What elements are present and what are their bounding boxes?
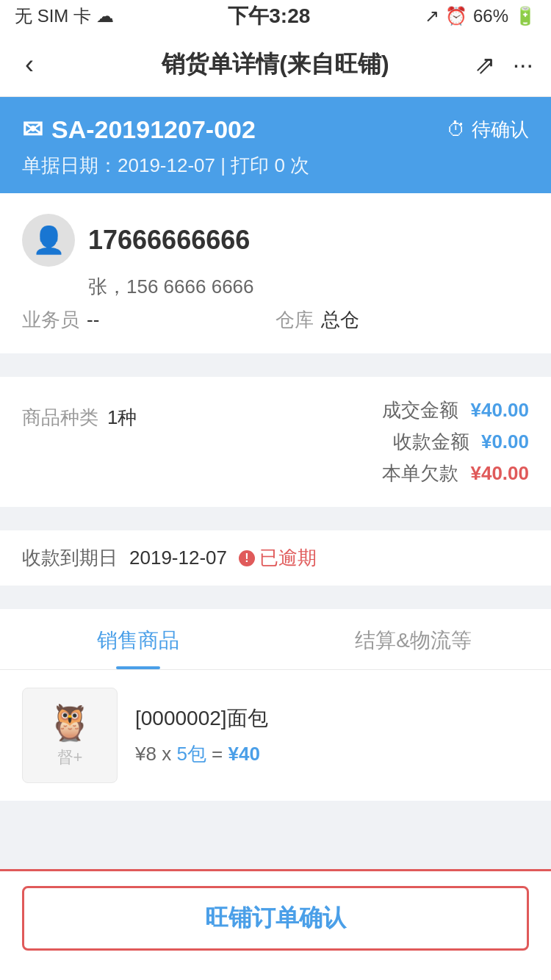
order-header: ✉ SA-20191207-002 ⏱ 待确认 单据日期：2019-12-07 … xyxy=(0,97,551,193)
confirm-order-button[interactable]: 旺铺订单确认 xyxy=(22,886,529,951)
customer-top: 👤 17666666666 xyxy=(22,214,529,267)
customer-card: 👤 17666666666 张，156 6666 6666 业务员 -- 仓库 … xyxy=(0,193,551,353)
avatar-icon: 👤 xyxy=(32,225,65,256)
order-icon: ✉ xyxy=(22,115,43,144)
battery-icon: 🔋 xyxy=(514,6,536,26)
divider-1 xyxy=(0,365,551,377)
summary-section: 商品种类 1种 成交金额 ¥40.00 收款金额 ¥0.00 本单欠款 ¥40.… xyxy=(22,397,529,486)
product-total: ¥40 xyxy=(228,743,260,765)
nav-actions: ⇗ ··· xyxy=(475,50,533,79)
back-button[interactable]: ‹ xyxy=(18,42,41,87)
due-date-card: 收款到期日 2019-12-07 ! 已逾期 xyxy=(0,530,551,586)
price-equals: = xyxy=(212,743,223,765)
tab-sales-label: 销售商品 xyxy=(97,629,179,652)
overdue-badge: ! 已逾期 xyxy=(239,545,317,571)
due-date-value: 2019-12-07 xyxy=(129,547,227,569)
tabs-container: 销售商品 结算&物流等 xyxy=(0,609,551,670)
tabs-row: 销售商品 结算&物流等 xyxy=(0,609,551,670)
salesperson-label: 业务员 xyxy=(22,307,79,333)
owed-row: 本单欠款 ¥40.00 xyxy=(382,461,529,486)
tab-settlement-label: 结算&物流等 xyxy=(355,629,472,652)
received-label: 收款金额 xyxy=(393,429,469,455)
bottom-action-bar: 旺铺订单确认 xyxy=(0,869,551,980)
product-section: 🦉 督+ [0000002]面包 ¥8 x 5包 = ¥40 xyxy=(0,670,551,801)
owed-value: ¥40.00 xyxy=(470,462,529,485)
product-price-row: ¥8 x 5包 = ¥40 xyxy=(135,741,529,767)
salesperson-value: -- xyxy=(87,309,99,331)
product-type-value: 1种 xyxy=(107,405,137,430)
price-base: ¥8 x xyxy=(135,743,171,765)
brand-label: 督+ xyxy=(57,746,83,768)
order-id: ✉ SA-20191207-002 xyxy=(22,115,256,144)
status-time: 下午3:28 xyxy=(228,2,310,30)
product-qty: 5包 xyxy=(176,743,206,765)
tab-sales-products[interactable]: 销售商品 xyxy=(0,609,276,669)
divider-2 xyxy=(0,519,551,530)
clock-icon: ⏱ xyxy=(447,118,466,141)
order-id-row: ✉ SA-20191207-002 ⏱ 待确认 xyxy=(22,115,529,144)
more-button[interactable]: ··· xyxy=(513,50,533,79)
page-title: 销货单详情(来自旺铺) xyxy=(162,48,389,81)
customer-name: 张，156 6666 6666 xyxy=(22,274,529,300)
summary-left: 商品种类 1种 xyxy=(22,397,382,433)
product-item: 🦉 督+ [0000002]面包 ¥8 x 5包 = ¥40 xyxy=(22,688,529,783)
share-button[interactable]: ⇗ xyxy=(475,50,495,79)
overdue-text: 已逾期 xyxy=(259,545,317,571)
product-info: [0000002]面包 ¥8 x 5包 = ¥40 xyxy=(135,705,529,767)
alarm-icon: ⏰ xyxy=(445,6,467,26)
tab-settlement[interactable]: 结算&物流等 xyxy=(276,609,551,669)
product-type-row: 商品种类 1种 xyxy=(22,405,382,430)
amount-value: ¥40.00 xyxy=(470,399,529,422)
warehouse-value: 总仓 xyxy=(321,307,359,333)
product-type-label: 商品种类 xyxy=(22,405,98,430)
thumb-inner: 🦉 督+ xyxy=(48,702,92,768)
received-value: ¥0.00 xyxy=(481,430,529,453)
location-icon: ↗ xyxy=(425,6,439,26)
brand-owl-icon: 🦉 xyxy=(48,702,92,743)
customer-meta: 业务员 -- 仓库 总仓 xyxy=(22,307,529,333)
received-row: 收款金额 ¥0.00 xyxy=(393,429,529,455)
owed-label: 本单欠款 xyxy=(382,461,458,486)
order-print-count: 打印 0 次 xyxy=(231,154,309,176)
divider-3 xyxy=(0,597,551,609)
warehouse-item: 仓库 总仓 xyxy=(276,307,529,333)
order-date-text: 单据日期：2019-12-07 xyxy=(22,154,215,176)
amount-label: 成交金额 xyxy=(382,397,458,423)
nav-bar: ‹ 销货单详情(来自旺铺) ⇗ ··· xyxy=(0,32,551,97)
order-date-row: 单据日期：2019-12-07 | 打印 0 次 xyxy=(22,153,529,179)
status-left: 无 SIM 卡 ☁ xyxy=(15,4,114,28)
order-separator: | xyxy=(220,154,231,176)
summary-right: 成交金额 ¥40.00 收款金额 ¥0.00 本单欠款 ¥40.00 xyxy=(382,397,529,486)
salesperson-item: 业务员 -- xyxy=(22,307,276,333)
order-id-text: SA-20191207-002 xyxy=(51,115,256,144)
status-bar: 无 SIM 卡 ☁ 下午3:28 ↗ ⏰ 66% 🔋 xyxy=(0,0,551,32)
product-name: [0000002]面包 xyxy=(135,705,529,732)
order-status: ⏱ 待确认 xyxy=(447,117,529,143)
sim-status: 无 SIM 卡 ☁ xyxy=(15,4,114,28)
battery-level: 66% xyxy=(473,6,508,26)
overdue-icon: ! xyxy=(239,550,255,566)
due-label: 收款到期日 xyxy=(22,545,118,571)
product-thumbnail: 🦉 督+ xyxy=(22,688,118,783)
confirm-button-label: 旺铺订单确认 xyxy=(205,902,346,934)
customer-phone: 17666666666 xyxy=(88,225,250,256)
summary-card: 商品种类 1种 成交金额 ¥40.00 收款金额 ¥0.00 本单欠款 ¥40.… xyxy=(0,377,551,507)
order-status-text: 待确认 xyxy=(472,117,529,143)
warehouse-label: 仓库 xyxy=(276,307,314,333)
avatar: 👤 xyxy=(22,214,75,267)
status-right: ↗ ⏰ 66% 🔋 xyxy=(425,6,536,26)
amount-row: 成交金额 ¥40.00 xyxy=(382,397,529,423)
